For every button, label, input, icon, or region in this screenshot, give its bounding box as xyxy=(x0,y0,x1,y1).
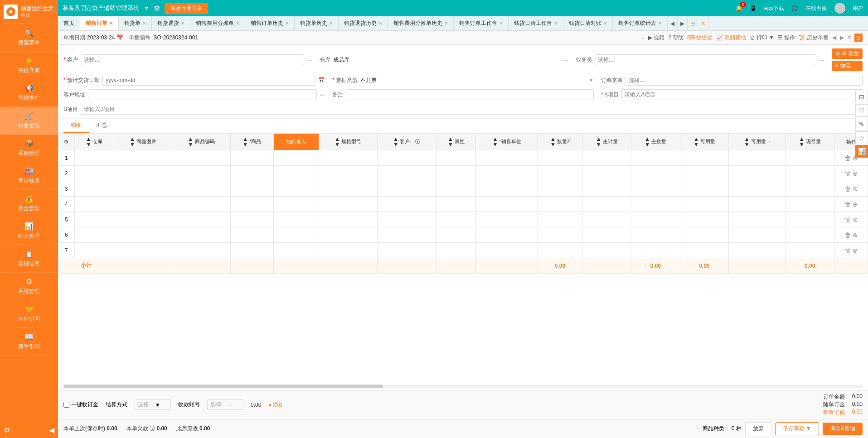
online-service[interactable]: 在线客服 xyxy=(805,5,827,12)
delete-icon[interactable]: 🗑 xyxy=(844,201,851,208)
copy-icon[interactable]: ⊕ xyxy=(853,170,858,177)
copy-icon[interactable]: ⊕ xyxy=(853,201,858,208)
operations-btn[interactable]: ☰ 操作 xyxy=(778,34,795,42)
col-main-qty[interactable]: ▲▼ 主数量 xyxy=(631,134,680,150)
view-btn[interactable]: ▶ 视频 xyxy=(648,34,664,42)
tab-close-icon[interactable]: ✕ xyxy=(285,21,289,26)
tab-close-icon[interactable]: ✕ xyxy=(603,21,607,26)
col-product-name[interactable]: ▲▼ *商品 xyxy=(230,134,273,150)
sidebar-item-system[interactable]: ⚙ 系统管理 xyxy=(0,273,58,300)
b-project-input[interactable] xyxy=(81,104,863,115)
float-btn-3[interactable]: ✎ xyxy=(855,118,868,130)
copy-icon[interactable]: ⊕ xyxy=(853,247,858,254)
tab-expense-history[interactable]: 销售费用分摊单历史 ✕ xyxy=(388,16,454,30)
sidebar-item-guide[interactable]: 📖 新手引导 xyxy=(0,328,58,356)
sidebar-item-base-info[interactable]: 📋 基础信息 xyxy=(0,245,58,273)
col-attribute[interactable]: ▲▼ 属性 xyxy=(436,134,476,150)
sidebar-item-finance[interactable]: 💰 资金管理 xyxy=(0,190,58,217)
invoice-dropdown-icon[interactable]: ▼ xyxy=(588,77,594,83)
col-available2[interactable]: ▲▼ 可用量... xyxy=(729,134,786,150)
sidebar-item-marketing[interactable]: 📢 营销推广 xyxy=(0,79,58,107)
grid-view-icon[interactable]: ⊞ xyxy=(854,34,863,42)
list-view-icon[interactable]: ≡ xyxy=(848,34,851,41)
float-btn-2[interactable]: ♡ xyxy=(855,104,868,117)
delete-icon[interactable]: 🗑 xyxy=(844,231,851,239)
tab-sales-order[interactable]: 销售订单 ✕ xyxy=(80,16,119,30)
settings-header-icon[interactable]: ⚙ xyxy=(154,4,160,13)
copy-icon[interactable]: ⊕ xyxy=(853,231,858,239)
col-product-img[interactable]: ▲▼ 商品图片 xyxy=(114,134,172,150)
add-logistics-button[interactable]: + 物流 xyxy=(832,61,863,71)
collapse-icon[interactable]: ◀ xyxy=(49,426,54,434)
col-product-code[interactable]: ▲▼ 商品编码 xyxy=(172,134,231,150)
tab-summary[interactable]: 汇总 xyxy=(89,119,114,133)
col-scan[interactable]: 扫码录入 xyxy=(273,134,319,150)
tab-close-icon[interactable]: ✕ xyxy=(499,21,503,26)
sidebar-item-search[interactable]: 🔍 搜索菜单 xyxy=(0,24,58,52)
customer-input[interactable] xyxy=(81,54,304,65)
table-scrollbar[interactable] xyxy=(63,385,863,388)
col-spec[interactable]: ▲▼ 规格型号 xyxy=(319,134,378,150)
tab-daily-clear-account[interactable]: 钱货日清对账 ✕ xyxy=(563,16,613,30)
tabs-menu-btn[interactable]: ⊟ xyxy=(688,16,698,30)
col-customer-code[interactable]: ▲▼ 客户... ⓘ xyxy=(377,134,436,150)
history-btn[interactable]: 📜 历史单据 xyxy=(799,34,829,42)
one-click-checkout-checkbox[interactable] xyxy=(63,402,69,408)
prev-record-icon[interactable]: ◀ xyxy=(832,34,836,41)
save-new-button[interactable]: 保存&新增 xyxy=(823,423,863,435)
staff-input[interactable] xyxy=(595,54,816,65)
payment-method-select[interactable]: 选择... ▼ xyxy=(135,399,171,410)
tab-detail[interactable]: 明细 xyxy=(63,119,89,133)
tab-order-workbench[interactable]: 销售订单工作台 ✕ xyxy=(454,16,509,30)
col-qty2[interactable]: ▲▼ 数量2 xyxy=(538,134,582,150)
scrollbar-thumb[interactable] xyxy=(63,385,383,388)
copy-icon[interactable]: ⊕ xyxy=(853,216,858,223)
tabs-close-btn[interactable]: ✕ xyxy=(698,16,708,30)
a-project-input[interactable] xyxy=(621,89,863,100)
help-btn[interactable]: ? 帮助 xyxy=(668,34,684,42)
tab-sales-order-history[interactable]: 销售订单历史 ✕ xyxy=(245,16,295,30)
receipt-account-select[interactable]: 选择... ··· xyxy=(207,399,243,410)
dropdown-arrow[interactable]: ▼ xyxy=(144,5,149,11)
staff-more-btn[interactable]: ··· xyxy=(819,56,824,63)
address-more-btn[interactable]: ··· xyxy=(320,91,325,98)
save-draft-dropdown-icon[interactable]: ▼ xyxy=(806,425,811,432)
receipt-more-btn[interactable]: ··· xyxy=(228,402,232,408)
col-available[interactable]: ▲▼ 可用量 xyxy=(680,134,729,150)
col-sales-unit[interactable]: ▲▼ *销售单位 xyxy=(476,134,538,150)
copy-icon[interactable]: ⊕ xyxy=(853,185,858,193)
settings-icon[interactable]: ⚙ xyxy=(4,426,10,434)
tab-sales-slip[interactable]: 销货单 ✕ xyxy=(119,16,152,30)
delivery-calendar-icon[interactable]: 📅 xyxy=(318,77,325,83)
sidebar-item-sales[interactable]: 🛒 销售管理 xyxy=(0,107,58,135)
sidebar-item-quick-nav[interactable]: ⚡ 快捷导航 xyxy=(0,52,58,79)
notification-area[interactable]: 🔔 9 xyxy=(736,5,742,11)
print-dropdown-icon[interactable]: ▼ xyxy=(769,34,774,41)
calendar-icon[interactable]: 📅 xyxy=(116,34,123,41)
float-btn-5[interactable]: 📊 xyxy=(855,145,868,158)
profit-btn[interactable]: 📈 毛利预估 xyxy=(716,34,746,42)
tab-daily-clear[interactable]: 钱货日清工作台 ✕ xyxy=(509,16,563,30)
col-settings[interactable]: ⚙ xyxy=(58,134,75,150)
tab-sales-expense[interactable]: 销售费用分摊单 ✕ xyxy=(190,16,245,30)
add-btn[interactable]: ● 添加 xyxy=(268,401,283,409)
discard-button[interactable]: 放弃 xyxy=(745,422,771,435)
tab-close-icon[interactable]: ✕ xyxy=(444,21,448,26)
delivery-date-input[interactable] xyxy=(102,75,315,86)
tab-close-icon[interactable]: ✕ xyxy=(554,21,558,26)
delete-icon[interactable]: 🗑 xyxy=(844,247,851,254)
address-input[interactable] xyxy=(88,89,317,100)
tab-close-icon[interactable]: ✕ xyxy=(236,21,239,26)
sidebar-item-purchase[interactable]: 📦 采购管理 xyxy=(0,135,58,162)
next-record-icon[interactable]: ▶ xyxy=(840,34,844,41)
tab-close-icon[interactable]: ✕ xyxy=(181,21,184,26)
col-warehouse[interactable]: ▲▼ 仓库 xyxy=(74,134,114,150)
tab-sales-slip-history[interactable]: 销货单历史 ✕ xyxy=(295,16,339,30)
sidebar-item-operations[interactable]: 📊 经营管理 xyxy=(0,217,58,245)
memo-input[interactable] xyxy=(346,89,594,100)
sidebar-item-inventory[interactable]: 🏭 库存核算 xyxy=(0,162,58,190)
float-btn-4[interactable]: ☆ xyxy=(855,131,868,144)
tabs-prev-btn[interactable]: ◀ xyxy=(668,16,678,30)
tab-close-icon[interactable]: ✕ xyxy=(142,21,146,26)
app-download[interactable]: App下载 xyxy=(764,5,784,12)
